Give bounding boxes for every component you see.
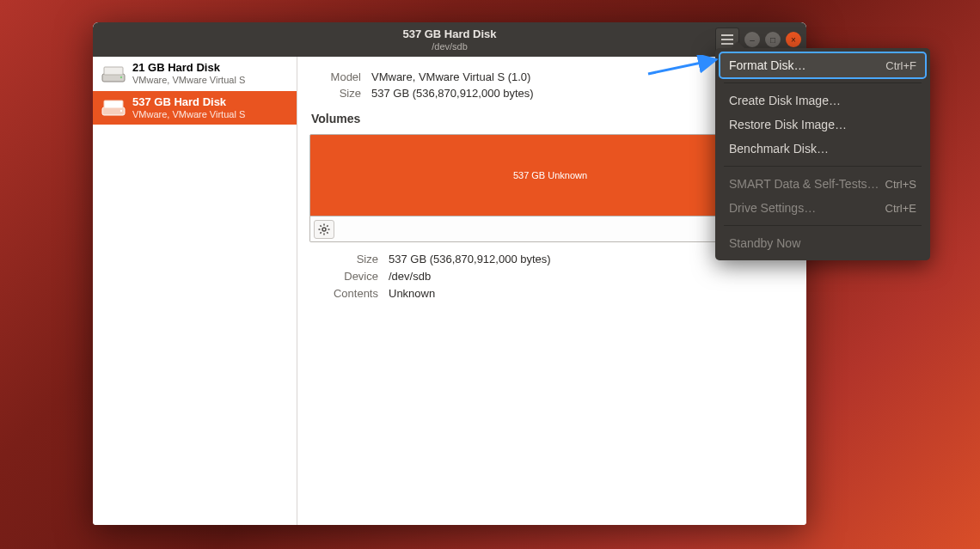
value-vol-size: 537 GB (536,870,912,000 bytes): [389, 253, 551, 265]
svg-line-17: [320, 232, 321, 233]
sidebar-item-sub: VMware, VMware Virtual S: [132, 75, 245, 86]
menu-label: SMART Data & Self-Tests…: [729, 177, 879, 191]
menu-separator: [724, 225, 922, 226]
menu-shortcut: Ctrl+E: [885, 202, 916, 215]
sidebar-item-title: 537 GB Hard Disk: [132, 96, 245, 109]
menu-label: Restore Disk Image…: [729, 118, 847, 131]
menu-item-format-disk[interactable]: Format Disk… Ctrl+F: [720, 53, 925, 77]
sidebar-item-sub: VMware, VMware Virtual S: [132, 109, 245, 120]
body: 21 GB Hard Disk VMware, VMware Virtual S…: [93, 57, 806, 525]
label-vol-size: Size: [309, 253, 378, 265]
disk-icon: [101, 65, 126, 82]
menu-item-drive-settings[interactable]: Drive Settings… Ctrl+E: [720, 196, 925, 220]
sidebar: 21 GB Hard Disk VMware, VMware Virtual S…: [93, 57, 297, 525]
label-model: Model: [309, 70, 361, 83]
disk-icon: [101, 99, 126, 116]
disk-menu: Format Disk… Ctrl+F Create Disk Image… R…: [715, 48, 930, 260]
svg-point-8: [120, 110, 122, 112]
sidebar-item-disk-21gb[interactable]: 21 GB Hard Disk VMware, VMware Virtual S: [93, 57, 297, 91]
label-size: Size: [309, 87, 361, 100]
menu-label: Format Disk…: [729, 58, 805, 72]
svg-rect-4: [104, 67, 123, 75]
window-subtitle: /dev/sdb: [432, 41, 468, 52]
menu-item-smart-data[interactable]: SMART Data & Self-Tests… Ctrl+S: [720, 172, 925, 196]
window-minimize-button[interactable]: –: [744, 32, 760, 47]
menu-item-restore-disk-image[interactable]: Restore Disk Image…: [720, 113, 925, 137]
menu-separator: [724, 166, 922, 167]
sidebar-item-disk-537gb[interactable]: 537 GB Hard Disk VMware, VMware Virtual …: [93, 91, 297, 125]
sidebar-item-title: 21 GB Hard Disk: [132, 62, 245, 75]
menu-shortcut: Ctrl+S: [885, 178, 916, 191]
value-device: /dev/sdb: [389, 270, 431, 283]
volume-block-label: 537 GB Unknown: [513, 170, 587, 180]
value-model: VMware, VMware Virtual S (1.0): [371, 70, 530, 83]
menu-separator: [724, 82, 922, 83]
label-contents: Contents: [309, 287, 378, 300]
menu-item-standby-now[interactable]: Standby Now: [720, 231, 925, 255]
label-device: Device: [309, 270, 378, 283]
svg-point-9: [322, 228, 326, 231]
svg-rect-7: [104, 101, 123, 108]
svg-point-5: [120, 76, 122, 78]
gear-icon: [318, 223, 330, 235]
menu-shortcut: Ctrl+F: [885, 59, 916, 72]
disks-window: 537 GB Hard Disk /dev/sdb – □ ×: [93, 22, 806, 525]
value-contents: Unknown: [389, 287, 435, 300]
menu-label: Create Disk Image…: [729, 94, 841, 107]
svg-rect-0: [721, 34, 733, 36]
window-maximize-button[interactable]: □: [765, 32, 781, 47]
svg-line-16: [327, 225, 328, 226]
menu-item-create-disk-image[interactable]: Create Disk Image…: [720, 88, 925, 113]
menu-label: Drive Settings…: [729, 201, 816, 215]
svg-line-15: [327, 232, 328, 233]
window-title: 537 GB Hard Disk: [402, 27, 496, 40]
value-size: 537 GB (536,870,912,000 bytes): [371, 87, 534, 100]
menu-label: Benchmark Disk…: [729, 142, 829, 156]
menu-item-benchmark-disk[interactable]: Benchmark Disk…: [720, 137, 925, 161]
volume-options-button[interactable]: [314, 220, 334, 239]
window-close-button[interactable]: ×: [786, 32, 801, 47]
svg-line-14: [320, 225, 321, 226]
titlebar: 537 GB Hard Disk /dev/sdb – □ ×: [93, 22, 806, 57]
menu-label: Standby Now: [729, 236, 800, 250]
svg-rect-1: [721, 39, 733, 40]
